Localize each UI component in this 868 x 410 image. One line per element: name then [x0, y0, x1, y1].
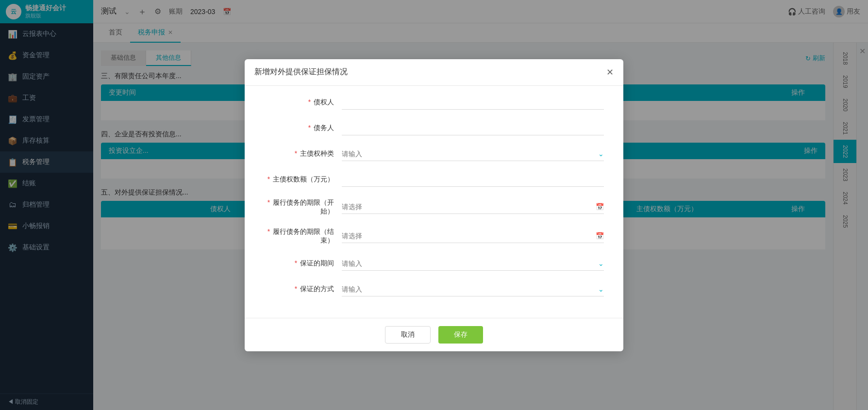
debt-type-arrow-icon[interactable]: ⌄ — [598, 150, 604, 158]
guarantee-method-required: * — [295, 285, 297, 293]
period-end-input[interactable] — [342, 229, 596, 243]
period-start-wrapper: 📅 — [342, 200, 604, 214]
modal-body: * 债权人 * 债务人 * 主债权种 — [245, 86, 623, 318]
debt-amount-label: * 主债权数额（万元） — [264, 175, 342, 184]
debtor-required: * — [308, 124, 311, 131]
form-row-debt-amount: * 主债权数额（万元） — [264, 173, 604, 187]
period-start-calendar-icon[interactable]: 📅 — [596, 203, 604, 211]
form-row-guarantee-method: * 保证的方式 ⌄ — [264, 282, 604, 296]
debt-type-required: * — [295, 149, 297, 157]
guarantee-method-label: * 保证的方式 — [264, 285, 342, 294]
period-end-required: * — [267, 228, 270, 235]
guarantee-method-input[interactable] — [342, 282, 598, 296]
cancel-button[interactable]: 取消 — [385, 326, 431, 344]
guarantee-method-arrow-icon[interactable]: ⌄ — [598, 285, 604, 293]
period-end-label: * 履行债务的期限（结束） — [264, 228, 342, 245]
modal-title: 新增对外提供保证担保情况 — [254, 67, 348, 77]
debtor-label: * 债务人 — [264, 124, 342, 132]
modal-overlay: 新增对外提供保证担保情况 ✕ * 债权人 * 债务人 — [0, 0, 868, 410]
form-row-debt-type: * 主债权种类 ⌄ — [264, 147, 604, 161]
debt-type-label: * 主债权种类 — [264, 149, 342, 158]
debt-amount-input[interactable] — [342, 173, 604, 187]
period-start-label: * 履行债务的期限（开始） — [264, 198, 342, 216]
creditor-required: * — [308, 98, 311, 106]
guarantee-method-wrapper: ⌄ — [342, 282, 604, 296]
debt-amount-required: * — [267, 175, 270, 183]
debt-type-input[interactable] — [342, 147, 598, 161]
creditor-input[interactable] — [342, 96, 604, 110]
guarantee-period-arrow-icon[interactable]: ⌄ — [598, 260, 604, 267]
guarantee-period-required: * — [295, 259, 297, 267]
form-row-guarantee-period: * 保证的期间 ⌄ — [264, 257, 604, 271]
period-start-input[interactable] — [342, 200, 596, 213]
debt-type-wrapper: ⌄ — [342, 147, 604, 161]
app-container: 云 畅捷通好会计 旗舰版 📊 云报表中心 💰 资金管理 🏢 固定资产 💼 — [0, 0, 868, 410]
creditor-label: * 债权人 — [264, 98, 342, 107]
period-end-calendar-icon[interactable]: 📅 — [596, 232, 604, 240]
guarantee-period-wrapper: ⌄ — [342, 257, 604, 271]
guarantee-period-input[interactable] — [342, 257, 598, 270]
form-row-period-end: * 履行债务的期限（结束） 📅 — [264, 228, 604, 245]
debtor-input[interactable] — [342, 121, 604, 135]
modal-dialog: 新增对外提供保证担保情况 ✕ * 债权人 * 债务人 — [245, 59, 623, 351]
guarantee-period-label: * 保证的期间 — [264, 259, 342, 268]
form-row-period-start: * 履行债务的期限（开始） 📅 — [264, 198, 604, 216]
modal-header: 新增对外提供保证担保情况 ✕ — [245, 59, 623, 86]
period-end-wrapper: 📅 — [342, 229, 604, 243]
modal-close-button[interactable]: ✕ — [606, 67, 614, 78]
modal-footer: 取消 保存 — [245, 318, 623, 351]
save-button[interactable]: 保存 — [438, 326, 483, 344]
form-row-debtor: * 债务人 — [264, 121, 604, 135]
period-start-required: * — [267, 198, 270, 206]
form-row-creditor: * 债权人 — [264, 96, 604, 110]
